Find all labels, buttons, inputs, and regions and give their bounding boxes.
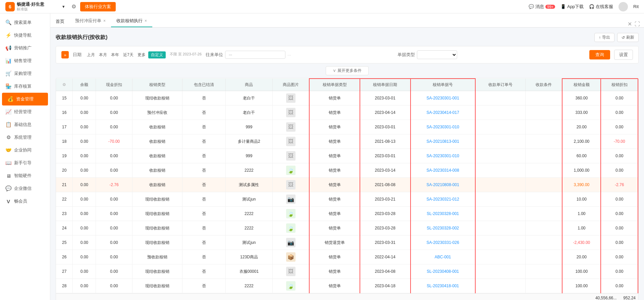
td-bill-no[interactable]: SL-20230418-001 — [411, 279, 475, 293]
date-more[interactable]: 更多 — [136, 51, 147, 58]
td-bill-no[interactable]: SA-20210808-001 — [411, 178, 475, 192]
unit-input[interactable] — [225, 51, 285, 59]
tab-expand-icon[interactable]: ⛶ — [635, 21, 640, 27]
bill-no-link[interactable]: SA-20230301-001 — [426, 96, 459, 100]
online-service-item[interactable]: 🎧 在线客服 — [589, 4, 613, 10]
table-footer: 40,556,66... 952.24 — [56, 293, 638, 300]
message-item[interactable]: 💬 消息 99+ — [529, 4, 555, 10]
td-bill-no[interactable]: ABC-001 — [411, 250, 475, 264]
td-product-img: 📷 — [273, 192, 310, 207]
user-avatar[interactable] — [619, 2, 628, 11]
td-product-img: 📷 — [273, 235, 310, 250]
sidebar-item-sales[interactable]: 📊 销售管理 — [0, 54, 50, 67]
td-bill-type: 销货单 — [309, 178, 360, 192]
bill-no-link[interactable]: SA-20230321-012 — [426, 197, 459, 202]
type-select[interactable] — [417, 50, 457, 59]
bill-no-link[interactable]: SA-20230414-017 — [426, 110, 459, 115]
sidebar-item-management[interactable]: 📈 经营管理 — [0, 105, 50, 118]
sidebar-item-purchase[interactable]: 🛒 采购管理 — [0, 67, 50, 80]
export-button[interactable]: ↑ 导出 — [594, 33, 614, 42]
layout: 🔍 搜索菜单 ⚡ 快捷导航 📢 营销推广 📊 销售管理 🛒 采购管理 🏪 库存核… — [0, 13, 644, 300]
th-amount: 核销金额 — [562, 79, 601, 91]
refresh-button[interactable]: ↺ 刷新 — [617, 33, 639, 42]
sidebar-item-system[interactable]: ⚙ 系统管理 — [0, 131, 50, 144]
tab-home[interactable]: 首页 — [50, 16, 70, 27]
product-image: 🍃 — [286, 209, 296, 218]
date-custom[interactable]: 自定义 — [148, 51, 166, 58]
settings-button[interactable]: 设置 — [614, 50, 633, 60]
td-bill-no[interactable]: SL-20230328-001 — [411, 207, 475, 221]
sidebar-item-hardware[interactable]: 🖥 智能硬件 — [0, 169, 50, 182]
tab-prepay[interactable]: 预付冲应付单 × — [70, 15, 111, 27]
td-bill-no[interactable]: SA-20230314-008 — [411, 163, 475, 178]
th-included: 包含已结清 — [182, 79, 225, 91]
td-balance: 0.00 — [73, 250, 96, 264]
bill-no-link[interactable]: SA-20210808-001 — [426, 182, 459, 187]
sidebar-item-guide[interactable]: 📖 新手引导 — [0, 157, 50, 169]
date-this-month[interactable]: 本月 — [98, 51, 108, 58]
date-this-year[interactable]: 本年 — [110, 51, 120, 58]
td-bill-type: 销货单 — [309, 207, 360, 221]
dropdown-area[interactable]: ▾ — [60, 4, 67, 9]
td-bill-no[interactable]: SL-20230408-001 — [411, 264, 475, 279]
td-bill-no[interactable]: SA-20210813-001 — [411, 134, 475, 149]
sidebar-label-collab: 企业协同 — [14, 147, 32, 153]
bill-no-link[interactable]: SA-20230301-010 — [426, 125, 459, 129]
bill-no-link[interactable]: SL-20230328-001 — [427, 211, 459, 216]
td-bill-no[interactable]: SL-20230328-002 — [411, 221, 475, 235]
date-last-month[interactable]: 上月 — [86, 51, 96, 58]
sidebar-item-search[interactable]: 🔍 搜索菜单 — [0, 16, 50, 29]
th-settings[interactable]: ⚙ — [56, 79, 73, 91]
app-download-item[interactable]: 📱 App下载 — [560, 4, 584, 10]
bill-no-link[interactable]: SA-20230331-026 — [426, 240, 459, 245]
sidebar-label-search: 搜索菜单 — [14, 19, 32, 26]
bill-no-link[interactable]: SA-20210813-001 — [426, 139, 459, 144]
td-bill-no[interactable]: SA-20230301-010 — [411, 149, 475, 163]
td-bill-no[interactable]: SA-20230331-026 — [411, 235, 475, 250]
td-amount: 360.00 — [562, 91, 601, 105]
settings-icon[interactable]: ⚙ — [71, 3, 76, 10]
bill-no-link[interactable]: SL-20230418-001 — [427, 284, 459, 288]
sidebar-item-collab[interactable]: 🤝 企业协同 — [0, 144, 50, 157]
sidebar-item-member[interactable]: V 畅会员 — [0, 195, 50, 208]
td-id: 27 — [56, 264, 73, 279]
td-cash-discount: 0.00 — [96, 250, 132, 264]
expand-button[interactable]: ∨ 展开更多条件 — [326, 66, 368, 75]
td-included: 否 — [182, 192, 225, 207]
td-bill-no[interactable]: SA-20230414-017 — [411, 105, 475, 120]
bill-no-link[interactable]: SL-20230328-002 — [427, 226, 459, 230]
tab-prepay-close[interactable]: × — [103, 18, 106, 23]
td-cash-discount: 0.00 — [96, 235, 132, 250]
bill-no-link[interactable]: ABC-001 — [435, 255, 451, 259]
sidebar-item-finance[interactable]: 💰 资金管理 — [2, 93, 48, 105]
tab-receipt[interactable]: 收款核销执行 × — [111, 15, 152, 27]
top-bar: 6 畅捷通·好生意 标准版 ▾ ⚙ 体验行业方案 💬 消息 99+ 📱 App下… — [0, 0, 644, 13]
bill-no-link[interactable]: SA-20230314-008 — [426, 168, 459, 173]
table-settings-icon[interactable]: ⚙ — [62, 82, 66, 87]
sidebar-item-inventory[interactable]: 🏪 库存核算 — [0, 80, 50, 93]
td-cash-discount: 0.00 — [96, 163, 132, 178]
tab-receipt-close[interactable]: × — [145, 18, 147, 23]
date-7days[interactable]: 近7天 — [122, 51, 135, 58]
td-bill-type: 销货单 — [309, 134, 360, 149]
expand-bar: ∨ 展开更多条件 — [56, 66, 639, 75]
tab-close-all-icon[interactable]: ✕ — [628, 21, 632, 27]
td-bill-no[interactable]: SA-20230321-012 — [411, 192, 475, 207]
td-balance: 0.00 — [73, 221, 96, 235]
sidebar-label-management: 经营管理 — [14, 109, 32, 115]
sidebar-item-quicknav[interactable]: ⚡ 快捷导航 — [0, 29, 50, 42]
td-bill-no[interactable]: SA-20230301-010 — [411, 120, 475, 134]
solution-button[interactable]: 体验行业方案 — [80, 2, 116, 11]
td-bill-no[interactable]: SA-20230301-001 — [411, 91, 475, 105]
message-icon: 💬 — [529, 4, 534, 9]
filter-collapse-btn[interactable]: » — [61, 51, 69, 58]
date-group: 上月 本月 本年 近7天 更多 自定义 — [86, 51, 166, 58]
sidebar-item-wechat[interactable]: 💬 企业微信 — [0, 182, 50, 195]
bill-no-link[interactable]: SL-20230408-001 — [427, 269, 459, 274]
query-button[interactable]: 查询 — [589, 50, 610, 59]
sidebar-item-marketing[interactable]: 📢 营销推广 — [0, 42, 50, 54]
sidebar-item-basicinfo[interactable]: 📋 基础信息 — [0, 118, 50, 131]
td-amount: -2,430.00 — [562, 235, 601, 250]
sidebar-label-quicknav: 快捷导航 — [14, 32, 32, 38]
bill-no-link[interactable]: SA-20230301-010 — [426, 154, 459, 158]
